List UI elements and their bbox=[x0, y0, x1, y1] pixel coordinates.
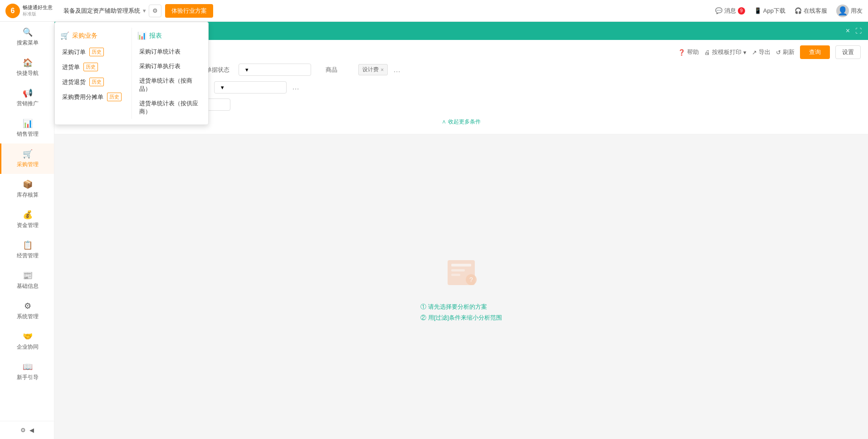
reports-title-icon: 📊 bbox=[137, 31, 146, 40]
purchase-dropdown-menu: 🛒 采购业务 采购订单 历史 进货单 历史 进货退货 历史 采购费用分摊单 历史 bbox=[54, 22, 209, 125]
enterprise-icon: 🤝 bbox=[23, 331, 33, 341]
empty-tips: ① 请先选择要分析的方案 ② 用[过滤]条件来缩小分析范围 bbox=[420, 303, 502, 325]
salesman-more-button[interactable]: … bbox=[292, 83, 299, 91]
settings-button[interactable]: 设置 bbox=[835, 45, 861, 59]
sidebar-item-label: 销售管理 bbox=[17, 130, 39, 138]
purchase-icon: 🛒 bbox=[23, 149, 33, 159]
export-button[interactable]: ↗ 导出 bbox=[752, 48, 770, 56]
sidebar-item-nav[interactable]: 🏠 快捷导航 bbox=[0, 52, 54, 83]
message-button[interactable]: 💬 消息 9 bbox=[715, 7, 745, 15]
reports-col-title: 📊 报表 bbox=[137, 28, 203, 44]
gear-button[interactable]: ⚙ bbox=[149, 5, 161, 17]
svg-text:?: ? bbox=[469, 276, 473, 283]
doc-status-label: 单据状态 bbox=[206, 66, 233, 74]
sidebar-item-label: 搜索菜单 bbox=[17, 39, 39, 47]
purchase-col: 🛒 采购业务 采购订单 历史 进货单 历史 进货退货 历史 采购费用分摊单 历史 bbox=[55, 28, 132, 119]
print-chevron-icon: ▾ bbox=[743, 49, 746, 56]
logo-text: 畅捷通好生意 bbox=[23, 4, 53, 10]
inventory-icon: 📦 bbox=[23, 179, 33, 189]
sidebar-item-finance[interactable]: 💰 资金管理 bbox=[0, 204, 54, 235]
logo-area: 6 畅捷通好生意 标准版 bbox=[5, 4, 60, 18]
basic-icon: 📰 bbox=[23, 271, 33, 281]
empty-tip-2: ② 用[过滤]条件来缩小分析范围 bbox=[420, 314, 502, 322]
user-menu[interactable]: 👤 用友 bbox=[836, 5, 863, 17]
marketing-icon: 📢 bbox=[23, 88, 33, 98]
menu-item-report-2[interactable]: 采购订单执行表 bbox=[137, 59, 203, 74]
empty-illustration: ? bbox=[439, 249, 484, 296]
history-badge-2: 历史 bbox=[89, 78, 104, 86]
window-expand-button[interactable]: ⛶ bbox=[853, 25, 863, 36]
doc-status-select[interactable]: ▾ bbox=[239, 64, 311, 76]
sidebar-item-label: 库存核算 bbox=[17, 191, 39, 199]
system-icon: ⚙ bbox=[23, 301, 33, 311]
collapse-sidebar-button[interactable]: ◀ bbox=[29, 427, 34, 434]
history-badge-0: 历史 bbox=[89, 48, 104, 56]
phone-icon: 📱 bbox=[754, 7, 761, 14]
chevron-down-icon[interactable]: ▾ bbox=[143, 7, 146, 14]
system-title-text: 装备及固定资产辅助管理系统 bbox=[63, 7, 140, 15]
sidebar-item-inventory[interactable]: 📦 库存核算 bbox=[0, 174, 54, 204]
salesman-select[interactable]: ▾ bbox=[214, 81, 287, 94]
sidebar-item-operation[interactable]: 📋 经营管理 bbox=[0, 235, 54, 265]
headset-icon: 🎧 bbox=[795, 7, 802, 14]
sidebar-item-label: 经营管理 bbox=[17, 252, 39, 260]
menu-item-report-1[interactable]: 采购订单统计表 bbox=[137, 44, 203, 59]
sidebar-item-sales[interactable]: 📊 销售管理 bbox=[0, 113, 54, 143]
tab-bar-actions: × ⛶ bbox=[844, 25, 868, 37]
message-icon: 💬 bbox=[715, 7, 722, 14]
sidebar-item-purchase[interactable]: 🛒 采购管理 bbox=[0, 143, 54, 174]
menu-item-purchase-order[interactable]: 采购订单 历史 bbox=[60, 44, 126, 59]
settings-bottom-button[interactable]: ⚙ bbox=[20, 427, 26, 434]
search-icon: 🔍 bbox=[23, 27, 33, 37]
menu-item-purchase-cost[interactable]: 采购费用分摊单 历史 bbox=[60, 89, 126, 104]
window-close-button[interactable]: × bbox=[844, 25, 852, 37]
finance-icon: 💰 bbox=[23, 210, 33, 220]
app-download-button[interactable]: 📱 App下载 bbox=[754, 7, 785, 15]
sidebar-item-search[interactable]: 🔍 搜索菜单 bbox=[0, 22, 54, 52]
print-icon: 🖨 bbox=[704, 49, 710, 56]
menu-item-goods-in[interactable]: 进货单 历史 bbox=[60, 59, 126, 74]
salesman-chevron-icon: ▾ bbox=[221, 84, 224, 91]
chevron-icon: ▾ bbox=[245, 66, 249, 73]
system-title-area: 装备及固定资产辅助管理系统 ▾ ⚙ bbox=[63, 5, 161, 17]
avatar: 👤 bbox=[836, 5, 849, 17]
history-badge-3: 历史 bbox=[107, 93, 122, 101]
logo-icon: 6 bbox=[5, 4, 20, 18]
help-icon: ❓ bbox=[678, 49, 685, 56]
refresh-button[interactable]: ↺ 刷新 bbox=[776, 48, 795, 56]
online-service-button[interactable]: 🎧 在线客服 bbox=[795, 7, 827, 15]
menu-item-report-4[interactable]: 进货单统计表（按供应商） bbox=[137, 96, 203, 119]
sidebar-item-system[interactable]: ⚙ 系统管理 bbox=[0, 296, 54, 326]
goods-label: 商品 bbox=[326, 66, 353, 74]
sidebar-item-basic[interactable]: 📰 基础信息 bbox=[0, 265, 54, 296]
sales-icon: 📊 bbox=[23, 118, 33, 128]
sidebar-item-label: 营销推广 bbox=[17, 100, 39, 108]
svg-rect-2 bbox=[451, 269, 465, 271]
sidebar: 🔍 搜索菜单 🏠 快捷导航 📢 营销推广 📊 销售管理 🛒 采购管理 📦 库存核… bbox=[0, 22, 54, 439]
guide-icon: 📖 bbox=[23, 362, 33, 372]
menu-item-goods-return[interactable]: 进货退货 历史 bbox=[60, 74, 126, 89]
operation-icon: 📋 bbox=[23, 240, 33, 250]
message-badge: 9 bbox=[738, 7, 745, 15]
history-badge-1: 历史 bbox=[83, 63, 98, 71]
sidebar-item-label: 快捷导航 bbox=[17, 69, 39, 77]
sidebar-item-label: 企业协同 bbox=[17, 343, 39, 351]
sidebar-item-guide[interactable]: 📖 新手引导 bbox=[0, 356, 54, 387]
industry-button[interactable]: 体验行业方案 bbox=[165, 4, 213, 18]
export-icon: ↗ bbox=[752, 49, 757, 56]
purchase-title-icon: 🛒 bbox=[60, 31, 69, 40]
query-button[interactable]: 查询 bbox=[800, 45, 830, 59]
sidebar-item-enterprise[interactable]: 🤝 企业协同 bbox=[0, 326, 54, 356]
help-button[interactable]: ❓ 帮助 bbox=[678, 48, 699, 56]
sidebar-bottom: ⚙ ◀ bbox=[0, 421, 54, 439]
print-button[interactable]: 🖨 按模板打印 ▾ bbox=[704, 48, 746, 56]
sidebar-item-label: 资金管理 bbox=[17, 222, 39, 229]
goods-tag-remove[interactable]: × bbox=[380, 67, 384, 73]
goods-tag: 设计费 × bbox=[358, 64, 388, 75]
goods-more-button[interactable]: … bbox=[393, 66, 400, 74]
menu-item-report-3[interactable]: 进货单统计表（按商品） bbox=[137, 74, 203, 96]
empty-tip-1: ① 请先选择要分析的方案 bbox=[420, 303, 502, 311]
sidebar-item-label: 基础信息 bbox=[17, 282, 39, 290]
empty-state: ? ① 请先选择要分析的方案 ② 用[过滤]条件来缩小分析范围 bbox=[54, 134, 868, 439]
sidebar-item-marketing[interactable]: 📢 营销推广 bbox=[0, 83, 54, 113]
